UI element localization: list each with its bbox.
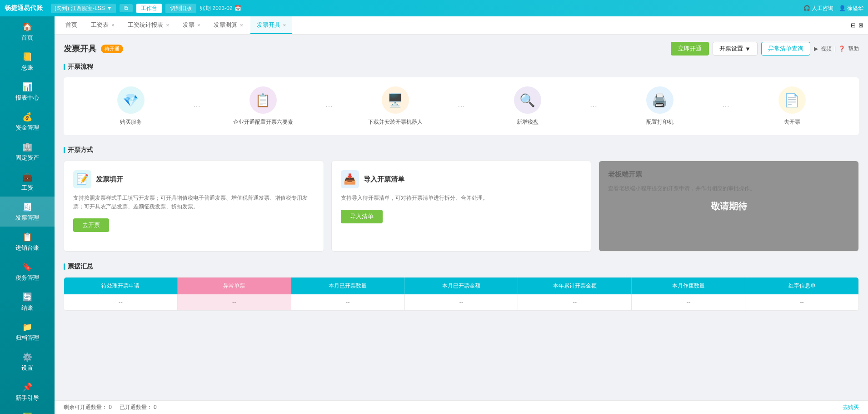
period-value: 2023-02 — [213, 5, 233, 11]
sidebar-item-settings[interactable]: ⚙️ 设置 — [0, 347, 55, 377]
divider: | — [834, 45, 836, 52]
top-bar-right: 🎧 人工咨询 👤 徐溢华 — [803, 5, 863, 12]
calendar-icon[interactable]: 📅 — [234, 5, 241, 11]
section-title-process: 开票流程 — [64, 63, 859, 71]
open-settings-button[interactable]: 开票设置 ▼ — [713, 42, 758, 56]
col-red-info-label: 红字信息单 — [788, 283, 816, 289]
tab-salary-table-close[interactable]: × — [111, 22, 114, 28]
sidebar-label-ledger: 总账 — [21, 64, 33, 72]
window-restore-icon[interactable]: ⊠ — [858, 22, 863, 29]
guide-icon: 📌 — [22, 382, 32, 392]
tab-salary-report-close[interactable]: × — [166, 22, 169, 28]
exception-query-button[interactable]: 异常清单查询 — [761, 42, 810, 56]
tab-home[interactable]: 首页 — [59, 16, 84, 34]
company-prefix: (勾到) — [55, 5, 69, 12]
window-minimize-icon[interactable]: ⊟ — [851, 22, 856, 29]
tab-bar: 首页 工资表 × 工资统计报表 × 发票 × 发票测算 × — [55, 16, 868, 35]
sidebar-label-asset: 固定资产 — [15, 154, 39, 162]
sidebar-item-salary[interactable]: 💼 工资 — [0, 167, 55, 197]
copy-button[interactable]: ⧉ — [120, 4, 133, 12]
tab-invoice[interactable]: 发票 × — [176, 16, 206, 34]
step-config-printer[interactable]: 🖨️ 配置打印机 — [597, 86, 722, 126]
tab-salary-report[interactable]: 工资统计报表 × — [121, 16, 175, 34]
company-name: 江西服宝-LSS — [71, 5, 105, 12]
headset-icon: 🎧 — [803, 5, 810, 11]
import-invoice-icon: 📥 — [341, 170, 359, 188]
col-today-count: 本月已开票数量 — [291, 278, 405, 294]
remaining-value: 0 — [109, 404, 112, 410]
sidebar: 🏠 首页 📒 总账 📊 报表中心 💰 资金管理 🏢 固定资产 💼 工资 🧾 发票… — [0, 16, 55, 414]
sidebar-item-invoice[interactable]: 🧾 发票管理 — [0, 197, 55, 227]
step-icon-config-printer: 🖨️ — [646, 86, 673, 114]
open-now-button[interactable]: 立即开通 — [671, 42, 709, 56]
sidebar-item-archive[interactable]: 📁 归档管理 — [0, 317, 55, 347]
sidebar-item-asset[interactable]: 🏢 固定资产 — [0, 136, 55, 167]
sidebar-label-tax: 税务管理 — [15, 274, 39, 282]
buy-link[interactable]: 去购买 — [843, 404, 859, 411]
help-label[interactable]: 帮助 — [848, 45, 859, 53]
service-button[interactable]: 🎧 人工咨询 — [803, 5, 833, 12]
import-list-button[interactable]: 导入清单 — [341, 210, 383, 223]
step-issue[interactable]: 📄 去开票 — [729, 86, 854, 126]
purchase-icon: 📋 — [22, 232, 32, 242]
tab-invoice-tool[interactable]: 发票开具 × — [250, 16, 292, 34]
tab-invoice-tool-label: 发票开具 — [257, 21, 280, 29]
fund-icon: 💰 — [22, 112, 32, 122]
archive-icon: 📁 — [22, 322, 32, 332]
step-add-tax[interactable]: 🔍 新增税盘 — [465, 86, 590, 126]
company-selector[interactable]: (勾到) 江西服宝-LSS ▼ — [51, 4, 116, 13]
arrow-3: ⋯ — [458, 102, 465, 111]
step-download[interactable]: 🖥️ 下载并安装开票机器人 — [333, 86, 458, 126]
sidebar-item-guide[interactable]: 📌 新手引导 — [0, 377, 55, 407]
sidebar-item-home[interactable]: 🏠 首页 — [0, 16, 55, 46]
tab-invoice-calc-close[interactable]: × — [240, 22, 243, 28]
tab-salary-table-label: 工资表 — [91, 21, 109, 29]
col-year-amount-label: 本年累计开票金额 — [553, 283, 597, 289]
sidebar-item-settlement[interactable]: 🔄 结账 — [0, 287, 55, 317]
col-month-void: 本月作废数量 — [632, 278, 745, 294]
sidebar-label-guide: 新手引导 — [15, 394, 39, 402]
sidebar-item-tax[interactable]: 🔖 税务管理 — [0, 257, 55, 287]
sidebar-item-fund[interactable]: 💰 资金管理 — [0, 106, 55, 136]
settlement-icon: 🔄 — [22, 292, 32, 302]
step-buy-service[interactable]: 💎 购买服务 — [68, 86, 193, 126]
sidebar-label-report: 报表中心 — [15, 94, 39, 102]
col-exception-label: 异常单票 — [223, 283, 245, 289]
step-config[interactable]: 📋 企业开通配置开票六要素 — [200, 86, 325, 126]
cell-pending[interactable]: -- — [64, 294, 178, 311]
col-pending-label: 待处理开票申请 — [101, 283, 140, 289]
switch-version-button[interactable]: 切到旧版 — [165, 4, 196, 13]
sidebar-item-member[interactable]: ✅ 畅会员 — [0, 407, 55, 414]
arrow-4: ⋯ — [590, 102, 597, 111]
tab-invoice-close[interactable]: × — [197, 22, 200, 28]
tab-invoice-tool-close[interactable]: × — [283, 22, 286, 28]
step-label-add-tax: 新增税盘 — [517, 118, 539, 126]
sidebar-item-ledger[interactable]: 📒 总账 — [0, 46, 55, 76]
summary-data-row: -- -- -- -- -- -- -- — [64, 294, 858, 311]
step-icon-add-tax: 🔍 — [514, 86, 541, 114]
tab-invoice-calc[interactable]: 发票测算 × — [207, 16, 249, 34]
user-menu[interactable]: 👤 徐溢华 — [839, 5, 863, 12]
ledger-icon: 📒 — [22, 52, 32, 62]
issued-value: 0 — [154, 404, 157, 410]
tab-salary-table[interactable]: 工资表 × — [85, 16, 120, 34]
workspace-button[interactable]: 工作台 — [136, 4, 162, 13]
sidebar-item-purchase[interactable]: 📋 进销台账 — [0, 227, 55, 257]
section-title-method: 开票方式 — [64, 146, 859, 154]
go-invoice-button[interactable]: 去开票 — [73, 218, 109, 232]
bottom-bar-info: 剩余可开通数量： 0 已开通数量： 0 — [64, 404, 157, 411]
user-icon: 👤 — [839, 5, 846, 11]
step-label-buy: 购买服务 — [120, 118, 142, 126]
page-content: 发票开具 待开通 立即开通 开票设置 ▼ 异常清单查询 ▶ 视频 | ❓ — [55, 35, 868, 400]
sidebar-label-invoice: 发票管理 — [15, 214, 39, 222]
cell-exception[interactable]: -- — [178, 294, 291, 311]
view-label[interactable]: 视频 — [821, 45, 832, 53]
step-icon-download: 🖥️ — [382, 86, 409, 114]
issued-label: 已开通数量： — [120, 404, 152, 410]
col-today-count-label: 本月已开票数量 — [329, 283, 367, 289]
sidebar-item-report[interactable]: 📊 报表中心 — [0, 76, 55, 106]
tab-home-label: 首页 — [65, 21, 77, 29]
disabled-overlay: 敬请期待 — [599, 161, 858, 251]
cell-year-amount: -- — [518, 294, 632, 311]
report-icon: 📊 — [22, 82, 32, 92]
